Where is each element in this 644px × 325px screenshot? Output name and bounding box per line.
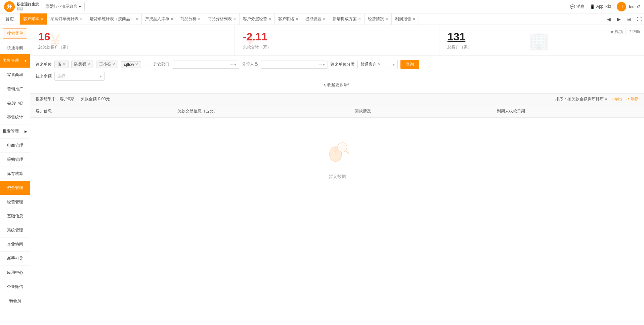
- stats-header: ¥ 16 总欠款客户（家） ✦ -2.11 欠款合计（万） 🏢 131 总客户（…: [30, 25, 644, 56]
- user-menu[interactable]: d demo2: [617, 2, 640, 11]
- result-amount-text: 欠款金额 0.00元: [81, 97, 110, 101]
- person-filter-label: 分管人员: [242, 62, 258, 67]
- sidebar-search-area: 搜索菜单: [0, 25, 30, 42]
- tab-close-icon[interactable]: ✕: [80, 17, 83, 21]
- phone-icon: 📱: [590, 4, 595, 9]
- sidebar-item-wholesale[interactable]: 批发管理 ▶: [0, 124, 30, 139]
- tab-label: 商品分析: [180, 16, 197, 22]
- tab-fullscreen[interactable]: ⛶: [634, 13, 644, 25]
- stat3-value: 131: [447, 30, 636, 43]
- person-select[interactable]: ··· ▾: [261, 61, 328, 69]
- filter-area: 往来单位 伍 ✕ 陈民强 ✕ 王小亮 ✕ cjttcw ✕ ···: [30, 56, 644, 94]
- query-button[interactable]: 查询: [400, 60, 419, 69]
- logo-icon: 好: [4, 1, 15, 12]
- tab-close-icon[interactable]: ✕: [296, 17, 298, 21]
- filter-tag-remove-wu[interactable]: ✕: [62, 62, 66, 67]
- unit-class-filter-label: 往来单位分类: [331, 62, 355, 67]
- help-links: ▶ 视频 ? 帮助: [611, 28, 640, 35]
- sidebar-item-retail[interactable]: 零售管理 ▼: [0, 54, 30, 68]
- tab-home[interactable]: 首页: [0, 13, 20, 25]
- tab-goods-analysis[interactable]: 商品分析 ✕: [177, 13, 204, 25]
- dept-select[interactable]: ··· ▾: [172, 61, 239, 69]
- tab-close-icon[interactable]: ✕: [358, 17, 361, 21]
- tab-close-icon[interactable]: ✕: [323, 17, 326, 21]
- table-col-overdue: 到期未收款日期: [497, 108, 639, 114]
- tab-close-icon[interactable]: ✕: [135, 17, 138, 21]
- filter-tag-remove-cjttcw[interactable]: ✕: [135, 62, 138, 67]
- tab-label: 进货单统计表（按商品）: [90, 16, 134, 22]
- sidebar-item-vip[interactable]: 畅会员: [0, 294, 30, 308]
- table-container: 客户信息 欠款交易信息（占比） 回款情况 到期未收款日期: [30, 105, 644, 325]
- tab-close-icon[interactable]: ✕: [268, 17, 271, 21]
- tab-product-instock[interactable]: 产成品入库单 ✕: [142, 13, 177, 25]
- search-menu-button[interactable]: 搜索菜单: [3, 28, 27, 39]
- refresh-icon: ↺: [626, 97, 630, 102]
- tab-customer-account[interactable]: 客户账本 ✕: [20, 13, 47, 25]
- balance-select[interactable]: 选择... ▾: [54, 72, 105, 81]
- tab-profit-report[interactable]: 利润报告 ✕: [392, 13, 419, 25]
- video-help-link[interactable]: ▶ 视频: [611, 29, 623, 35]
- stat3-label: 总客户（家）: [447, 44, 636, 50]
- filter-tag-wang: 王小亮 ✕: [96, 61, 118, 68]
- sidebar-item-app-center[interactable]: 应用中心: [0, 266, 30, 280]
- message-icon: 💬: [570, 4, 575, 9]
- chevron-down-icon: ▼: [24, 59, 27, 63]
- sidebar-item-purchase[interactable]: 采购管理: [0, 153, 30, 167]
- clear-icon[interactable]: ···: [230, 63, 233, 66]
- sidebar-item-beginner[interactable]: 新手引导: [0, 252, 30, 266]
- tab-purchase-order[interactable]: 采购订单统计表 ✕: [47, 13, 86, 25]
- sidebar-item-operations[interactable]: 经营管理: [0, 195, 30, 209]
- sidebar-item-ecommerce[interactable]: 电商管理: [0, 139, 30, 153]
- tag-text: 伍: [57, 62, 61, 67]
- collapse-filter-button[interactable]: ∧ 收起更多条件: [323, 82, 351, 88]
- tab-label: 提成设置: [305, 16, 321, 22]
- filter-more-button[interactable]: ···: [144, 61, 151, 68]
- tab-customer-contact[interactable]: 客户联络 ✕: [275, 13, 302, 25]
- sidebar-item-quick-nav[interactable]: 快捷导航: [0, 42, 30, 54]
- tab-scroll-right[interactable]: ▶: [614, 13, 624, 25]
- tab-commission-settings[interactable]: 提成设置 ✕: [302, 13, 329, 25]
- tab-close-icon[interactable]: ✕: [198, 17, 201, 21]
- tab-expand[interactable]: ⊞: [624, 13, 634, 25]
- tab-customer-tier[interactable]: 客户分层经营 ✕: [240, 13, 275, 25]
- sidebar-item-basic-info[interactable]: 基础信息: [0, 209, 30, 223]
- logo-text-block: 畅捷通好生意 标版: [17, 2, 39, 11]
- message-button[interactable]: 💬 消息: [570, 4, 585, 9]
- sidebar-item-enterprise-collab[interactable]: 企业协同: [0, 238, 30, 252]
- export-button[interactable]: ↑ 导出: [611, 96, 622, 102]
- filter-tag-remove-chen[interactable]: ✕: [87, 62, 90, 67]
- tab-operations[interactable]: 经营情况 ✕: [364, 13, 392, 25]
- tab-close-icon[interactable]: ✕: [413, 17, 415, 21]
- sidebar-item-finance[interactable]: 资金管理: [0, 181, 30, 195]
- refresh-button[interactable]: ↺ 刷新: [626, 96, 639, 102]
- sidebar-item-marketing[interactable]: 营销推广: [0, 82, 30, 96]
- tab-inbound-stats[interactable]: 进货单统计表（按商品） ✕: [86, 13, 142, 25]
- app-download-button[interactable]: 📱 App下载: [590, 4, 611, 9]
- sidebar-item-system[interactable]: 系统管理: [0, 223, 30, 238]
- tag-text: 陈民强: [74, 62, 86, 67]
- result-bar: 搜索结果中，客户0家 欠款金额 0.00元 排序：按欠款金额倒序排序 ▾ ↑ 导…: [30, 94, 644, 105]
- sidebar-item-member-center[interactable]: 会员中心: [0, 96, 30, 110]
- table-col-customer: 客户信息: [36, 108, 177, 114]
- sort-button[interactable]: 排序：按欠款金额倒序排序 ▾: [555, 96, 607, 102]
- unit-class-select[interactable]: 普通客户 ✕ ▾: [357, 60, 398, 69]
- help-link[interactable]: ? 帮助: [629, 29, 640, 35]
- sidebar-item-inventory[interactable]: 库存核算: [0, 167, 30, 181]
- collapse-label: 收起更多条件: [327, 82, 351, 88]
- tab-close-icon[interactable]: ✕: [41, 17, 43, 21]
- tab-add-commission[interactable]: 新增提成方案 ✕: [329, 13, 364, 25]
- tab-scroll-left[interactable]: ◀: [604, 13, 614, 25]
- filter-tag-remove-wang[interactable]: ✕: [112, 62, 115, 67]
- sidebar-item-enterprise-wechat[interactable]: 企业微信: [0, 280, 30, 294]
- empty-state: 暂无数据: [30, 118, 644, 200]
- tab-close-icon[interactable]: ✕: [385, 17, 388, 21]
- tab-close-icon[interactable]: ✕: [171, 17, 173, 21]
- unit-class-tag-remove[interactable]: ✕: [378, 62, 381, 67]
- tab-close-icon[interactable]: ✕: [233, 17, 236, 21]
- sidebar-item-retail-mall[interactable]: 零售商城: [0, 68, 30, 82]
- sidebar-item-retail-stats[interactable]: 零售统计: [0, 110, 30, 124]
- tab-goods-analysis-list[interactable]: 商品分析列表 ✕: [204, 13, 240, 25]
- clear-icon[interactable]: ···: [319, 63, 321, 66]
- store-selector[interactable]: 母婴行业演示账套 ▾: [42, 2, 85, 11]
- empty-icon: [324, 138, 351, 170]
